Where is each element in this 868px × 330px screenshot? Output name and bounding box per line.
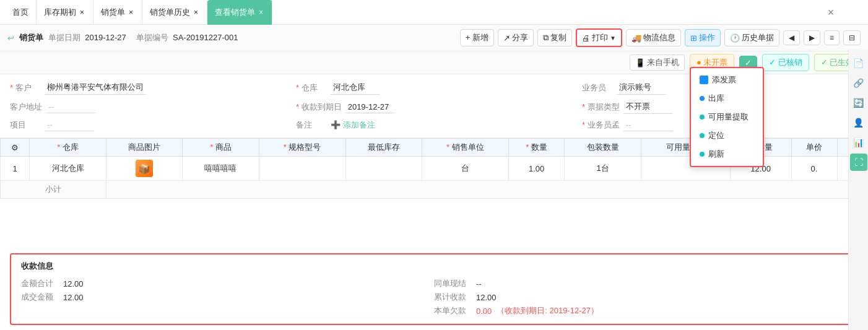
staff-label: 业务员 (582, 82, 613, 93)
tab-view-sales-label: 查看销货单 (215, 7, 255, 18)
print-dropdown-icon: ▼ (610, 35, 616, 41)
doc-icon: ↩ (7, 33, 14, 43)
row-product[interactable]: 嘻嘻嘻嘻 (183, 157, 259, 181)
add-invoice-icon (700, 76, 708, 84)
col-spec: * 规格型号 (259, 139, 345, 157)
sidebar-refresh-icon[interactable]: 🔄 (850, 94, 867, 111)
dropdown-outbound[interactable]: 出库 (691, 89, 763, 108)
total-amount-value: 12.00 (63, 279, 84, 289)
locate-label: 定位 (708, 130, 724, 141)
deal-amount-label: 成交金额 (21, 292, 58, 303)
tab-sales-history-label: 销货单历史 (150, 7, 190, 18)
next-button[interactable]: ▶ (804, 30, 820, 45)
dropdown-available-qty[interactable]: 可用量提取 (691, 108, 763, 126)
share-icon: ↗ (503, 33, 510, 43)
payment-info-title: 收款信息 (21, 261, 847, 272)
row-price[interactable]: 0. (791, 157, 837, 181)
sidebar-expand-icon[interactable]: ⛶ (850, 154, 867, 171)
truck-icon: 🚚 (631, 33, 641, 43)
logistics-button-label: 物流信息 (643, 32, 675, 43)
tab-sales-label: 销货单 (101, 7, 125, 18)
row-unit[interactable]: 台 (422, 157, 508, 181)
prev-button[interactable]: ◀ (783, 30, 800, 45)
sales-value[interactable]: -- (623, 119, 673, 131)
share-button[interactable]: ↗ 分享 (498, 29, 534, 46)
cumulative-row: 累计收款 12.00 (434, 290, 847, 304)
staff-value[interactable]: 演示账号 (617, 80, 666, 95)
checked-label: 已核销 (778, 58, 802, 67)
address-value[interactable]: -- (46, 101, 95, 113)
dropdown-add-invoice[interactable]: 添发票 (691, 71, 763, 89)
overdue-value: 0.00 (476, 306, 492, 316)
col-qty: * 数量 (508, 139, 565, 157)
no-value: SA-20191227-001 (173, 33, 238, 42)
dropdown-locate[interactable]: 定位 (691, 126, 763, 145)
from-phone-button[interactable]: 📱 来自手机 (630, 54, 685, 71)
sidebar-chart-icon[interactable]: 📊 (850, 134, 867, 151)
logistics-button[interactable]: 🚚 物流信息 (626, 29, 681, 46)
tab-sales-history-close[interactable]: × (193, 8, 199, 17)
copy-button[interactable]: ⧉ 复制 (537, 29, 572, 46)
list-view-button[interactable]: ≡ (824, 30, 840, 45)
col-min-stock: 最低库存 (345, 139, 422, 157)
row-min-stock (345, 157, 422, 181)
tab-inventory-label: 库存期初 (44, 7, 76, 18)
row-warehouse[interactable]: 河北仓库 (30, 157, 106, 181)
tab-view-sales-close[interactable]: × (258, 8, 264, 17)
sidebar-doc-icon[interactable]: 📄 (850, 54, 867, 72)
row-spec[interactable] (259, 157, 345, 181)
sales-label: 业务员孟 (582, 119, 620, 131)
locate-icon (700, 133, 705, 138)
copy-icon: ⧉ (543, 33, 549, 43)
tab-home-label: 首页 (12, 7, 28, 18)
ticket-type-value[interactable]: 不开票 (623, 100, 673, 114)
grid-view-button[interactable]: ⊟ (843, 30, 861, 45)
subtotal-label: 小计 (1, 181, 106, 199)
row-pack-qty[interactable]: 1台 (565, 157, 641, 181)
col-settings[interactable]: ⚙ (1, 139, 30, 157)
tab-sales-history[interactable]: 销货单历史 × (142, 0, 207, 25)
transaction-row: 同单现结 -- (434, 277, 847, 290)
note-label: 备注 (296, 119, 327, 131)
not-open-label: 未开票 (703, 58, 727, 67)
refresh-icon (700, 152, 705, 157)
history-button[interactable]: 🕐 历史单据 (724, 29, 779, 46)
operations-dropdown: 添发票 出库 可用量提取 定位 刷新 (690, 67, 764, 167)
subtotal-row: 小计 (1, 181, 868, 199)
due-date-value[interactable]: 2019-12-27 (345, 101, 395, 113)
subtotal-values (106, 181, 867, 199)
add-note-button[interactable]: ➕ 添加备注 (331, 119, 375, 131)
date-label: 单据日期 (48, 33, 80, 42)
new-button[interactable]: + 新增 (460, 29, 494, 46)
dropdown-refresh[interactable]: 刷新 (691, 145, 763, 163)
history-icon: 🕐 (730, 33, 740, 43)
print-button[interactable]: 🖨 打印 ▼ (576, 28, 622, 47)
sidebar-link-icon[interactable]: 🔗 (850, 74, 867, 92)
overdue-label: 本单欠款 (434, 305, 471, 316)
tab-inventory-close[interactable]: × (79, 8, 85, 17)
tab-home[interactable]: 首页 (5, 0, 37, 25)
note-row: 备注 ➕ 添加备注 (296, 119, 572, 131)
phone-icon: 📱 (635, 58, 645, 67)
checked-button[interactable]: ✓ 已核销 (762, 54, 809, 71)
doc-header: ↩ 销货单 单据日期 2019-12-27 单据编号 SA-20191227-0… (0, 25, 868, 51)
grid-icon: ⊞ (690, 33, 697, 43)
tab-inventory[interactable]: 库存期初 × (37, 0, 93, 25)
warehouse-value[interactable]: 河北仓库 (331, 80, 380, 95)
outbound-icon (700, 96, 705, 101)
tab-sales[interactable]: 销货单 × (93, 0, 142, 25)
warehouse-row: 仓库 河北仓库 (296, 80, 572, 95)
tab-view-sales[interactable]: 查看销货单 × (207, 0, 272, 25)
customer-value[interactable]: 柳州粤港平安气体有限公司 (45, 80, 146, 95)
no-label: 单据编号 (136, 33, 168, 42)
tab-bar: 首页 库存期初 × 销货单 × 销货单历史 × 查看销货单 × × (0, 0, 868, 25)
sidebar-user-icon[interactable]: 👤 (850, 114, 867, 131)
project-value[interactable]: -- (45, 119, 94, 131)
operate-button-label: 操作 (699, 32, 715, 43)
project-row: 项目 -- (10, 119, 286, 131)
tab-sales-close[interactable]: × (128, 8, 134, 17)
operate-button[interactable]: ⊞ 操作 (685, 29, 721, 46)
row-qty[interactable]: 1.00 (508, 157, 565, 181)
window-close-button[interactable]: × (818, 0, 843, 25)
checked-icon: ✓ (769, 58, 776, 67)
